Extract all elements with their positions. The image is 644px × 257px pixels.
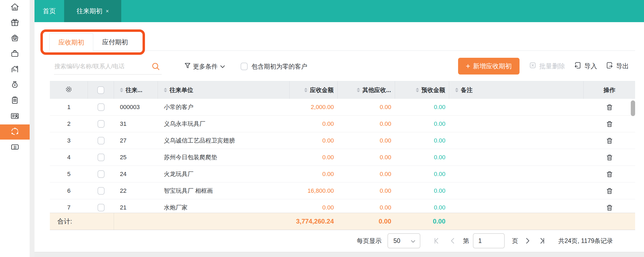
sidebar-item-gift[interactable] (0, 15, 30, 31)
column-header-code[interactable]: 往来... (114, 81, 158, 99)
batch-delete-label: 批量删除 (539, 62, 565, 70)
tab-home[interactable]: 首页 (34, 0, 64, 22)
sidebar-item-home[interactable] (0, 0, 30, 15)
include-zero-checkbox[interactable] (241, 63, 248, 70)
svg-text:$: $ (14, 36, 16, 40)
sort-icon[interactable] (357, 88, 360, 92)
row-prepaid: 0.00 (395, 166, 449, 182)
column-label: 应收金额 (310, 86, 334, 94)
chevron-down-icon (220, 63, 225, 70)
gift-icon (10, 17, 20, 29)
row-code: 25 (114, 149, 158, 165)
sidebar-item-orders[interactable] (0, 93, 30, 108)
delete-row-button[interactable] (606, 170, 613, 178)
row-checkbox[interactable] (98, 187, 105, 195)
row-other-receivable: 0.00 (338, 166, 395, 182)
delete-row-button[interactable] (606, 137, 613, 144)
column-settings[interactable] (50, 81, 88, 99)
row-other-receivable: 0.00 (338, 116, 395, 132)
row-unit-name: 智宝玩具厂 相框画 (158, 182, 290, 199)
column-header-prepaid[interactable]: 预收金额 (395, 81, 449, 99)
subtab-baseline (49, 50, 635, 51)
export-button[interactable]: 导出 (606, 58, 629, 75)
sidebar-item-contacts-opening[interactable] (0, 124, 30, 140)
row-index: 7 (50, 199, 88, 213)
last-page-button[interactable] (539, 230, 546, 252)
search-input[interactable] (54, 58, 162, 75)
row-code: 24 (114, 166, 158, 182)
tab-contacts-opening[interactable]: 往来期初 × (64, 0, 121, 22)
table-row[interactable]: 3 27 义乌诚信工艺品程卫宾翅膀 0.00 0.00 0.00 (50, 132, 635, 149)
subtab-receivable-opening[interactable]: 应收期初 (49, 33, 93, 51)
table-row[interactable]: 1 000003 小常的客户 2,000.00 0.00 0.00 (50, 99, 635, 116)
include-zero-label: 包含期初为零的客户 (251, 62, 307, 71)
sort-icon[interactable] (164, 88, 167, 92)
row-unit-name: 义乌永丰玩具厂 (158, 116, 290, 132)
sort-icon[interactable] (304, 88, 307, 92)
prev-page-button[interactable] (449, 230, 455, 252)
total-prepaid: 0.00 (395, 213, 449, 230)
row-receivable: 0.00 (290, 166, 338, 182)
row-checkbox-cell (88, 149, 114, 165)
row-index: 5 (50, 166, 88, 182)
delete-row-button[interactable] (606, 154, 613, 161)
table-row[interactable]: 4 25 苏州今日包装爬爬垫 0.00 0.00 0.00 (50, 149, 635, 166)
page-number-input[interactable] (473, 233, 505, 248)
delete-row-button[interactable] (606, 187, 613, 195)
row-checkbox[interactable] (98, 154, 105, 161)
more-filters-button[interactable]: 更多条件 (184, 58, 225, 75)
row-checkbox[interactable] (98, 204, 105, 211)
total-row: 合计: 3,774,260.24 0.00 0.00 (50, 213, 635, 230)
next-page-button[interactable] (525, 230, 531, 252)
table-scrollbar-thumb[interactable] (631, 100, 635, 116)
column-label: 往来... (126, 86, 142, 94)
row-code: 21 (114, 199, 158, 213)
sidebar-item-warehouse[interactable] (0, 62, 30, 77)
delete-row-button[interactable] (606, 204, 613, 211)
column-header-receivable[interactable]: 应收金额 (290, 81, 338, 99)
first-page-button[interactable] (433, 230, 440, 252)
sidebar-item-purchase[interactable] (0, 46, 30, 62)
sidebar-item-new-features[interactable]: 新 (0, 140, 30, 155)
row-index: 4 (50, 149, 88, 165)
row-checkbox[interactable] (98, 170, 105, 178)
select-all-checkbox[interactable] (97, 86, 104, 94)
table-body: 1 000003 小常的客户 2,000.00 0.00 0.00 2 31 义… (50, 99, 635, 213)
row-checkbox[interactable] (98, 137, 105, 144)
column-header-note[interactable]: 备注 (449, 81, 584, 99)
page-size-select[interactable]: 50 (387, 233, 420, 248)
sort-icon[interactable] (120, 88, 123, 92)
column-label: 操作 (604, 86, 615, 94)
import-button[interactable]: 导入 (574, 58, 597, 75)
delete-row-button[interactable] (606, 103, 613, 111)
plus-icon: + (466, 62, 470, 70)
row-unit-name: 义乌诚信工艺品程卫宾翅膀 (158, 132, 290, 149)
column-header-other[interactable]: 其他应收... (338, 81, 395, 99)
table-row[interactable]: 6 22 智宝玩具厂 相框画 16,800.00 0.00 0.00 (50, 182, 635, 199)
batch-delete-button[interactable]: 批量删除 (529, 58, 565, 75)
total-other-receivable: 0.00 (338, 213, 395, 230)
records-summary: 共24页, 1179条记录 (558, 230, 613, 252)
table-row[interactable]: 7 21 水炮厂家 0.00 0.00 0.00 (50, 199, 635, 213)
table-row[interactable]: 5 24 火龙玩具厂 0.00 0.00 0.00 (50, 166, 635, 182)
row-checkbox-cell (88, 99, 114, 115)
sort-icon[interactable] (416, 88, 419, 92)
sidebar-item-contacts[interactable] (0, 109, 30, 124)
add-receivable-opening-button[interactable]: + 新增应收期初 (458, 58, 520, 75)
search-icon[interactable] (151, 62, 161, 72)
total-label: 合计: (50, 213, 114, 230)
sort-icon[interactable] (455, 88, 458, 92)
delete-row-button[interactable] (606, 120, 613, 128)
filter-funnel-icon (184, 62, 191, 70)
subtab-payable-opening[interactable]: 应付期初 (93, 33, 137, 51)
row-checkbox[interactable] (98, 120, 105, 128)
table-row[interactable]: 2 31 义乌永丰玩具厂 0.00 0.00 0.00 (50, 116, 635, 132)
gear-icon (65, 85, 73, 95)
row-receivable: 2,000.00 (290, 99, 338, 115)
close-tab-icon[interactable]: × (106, 8, 109, 14)
column-header-unit[interactable]: 往来单位 (158, 81, 290, 99)
row-checkbox[interactable] (98, 103, 105, 111)
sidebar-item-sales[interactable]: $ (0, 31, 30, 46)
sidebar-item-finance[interactable]: ¥ (0, 77, 30, 93)
row-code: 27 (114, 132, 158, 149)
